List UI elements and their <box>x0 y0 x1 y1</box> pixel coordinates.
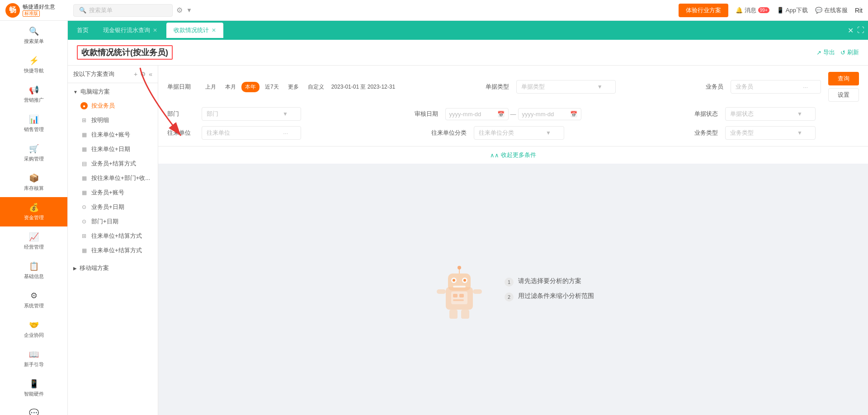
user-name[interactable]: Rit <box>855 7 863 14</box>
group-mobile-label: 移动端方案 <box>80 264 109 272</box>
tab-close-collection[interactable]: ✕ <box>212 27 216 33</box>
sidebar-item-operation[interactable]: 📈 经营管理 <box>0 226 67 256</box>
docstatus-select[interactable]: 单据状态 ▼ <box>725 107 816 121</box>
date-tab-custom[interactable]: 自定义 <box>304 82 328 92</box>
counterpart-type-label: 往来单位分类 <box>431 129 467 137</box>
calendar-end-icon[interactable]: 📅 <box>570 111 577 118</box>
sidebar-item-guide[interactable]: 📖 新手引导 <box>0 344 67 373</box>
scheme-group-pc: ▼ 电脑端方案 ● 按业务员 ⊞ 按明细 ▦ 往来单位+账号 <box>68 83 158 259</box>
sidebar-label-inventory: 库存核算 <box>24 185 44 192</box>
scheme-collapse-btn[interactable]: « <box>149 71 152 78</box>
doctype-label: 单据类型 <box>486 83 509 91</box>
date-tab-thisyear[interactable]: 本年 <box>241 82 259 92</box>
trial-button[interactable]: 体验行业方案 <box>679 4 728 17</box>
scheme-item-partner-settlement1[interactable]: ⊞ 往来单位+结算方式 <box>68 229 158 243</box>
app-download[interactable]: 📱 App下载 <box>777 6 808 14</box>
tab-collection[interactable]: 收款情况统计 ✕ <box>166 23 223 38</box>
sidebar-label-system: 系统管理 <box>24 302 44 309</box>
review-date-end-input[interactable]: yyyy-mm-dd 📅 <box>518 108 581 120</box>
sidebar-item-quicknav[interactable]: ⚡ 快捷导航 <box>0 50 67 80</box>
scheme-item-partner-account[interactable]: ▦ 往来单位+账号 <box>68 127 158 142</box>
sidebar-item-hardware[interactable]: 📱 智能硬件 <box>0 373 67 403</box>
date-tab-more[interactable]: 更多 <box>284 82 302 92</box>
online-service[interactable]: 💬 在线客服 <box>815 6 848 14</box>
system-icon: ⚙ <box>30 291 38 301</box>
clock-icon-2: ⊙ <box>80 218 88 225</box>
scheme-group-pc-title[interactable]: ▼ 电脑端方案 <box>68 85 158 99</box>
notification-area[interactable]: 🔔 消息 99+ <box>736 6 769 14</box>
scheme-item-label-salesman: 按业务员 <box>91 102 115 110</box>
scheme-add-btn[interactable]: + <box>134 71 137 78</box>
date-tab-lastmonth[interactable]: 上月 <box>202 82 220 92</box>
salesman-value: 业务员 <box>736 83 753 91</box>
filter-area: 单据日期 上月 本月 本年 近7天 更多 自定义 2023-01-01 至 20… <box>158 66 868 146</box>
scheme-item-detail[interactable]: ⊞ 按明细 <box>68 113 158 127</box>
settings-button[interactable]: 设置 <box>828 88 859 102</box>
scheme-item-label-dept-date: 部门+日期 <box>91 217 118 226</box>
biztype-select[interactable]: 业务类型 ▼ <box>725 126 816 140</box>
scheme-item-salesman-account[interactable]: ▦ 业务员+账号 <box>68 185 158 200</box>
sidebar-item-marketing[interactable]: 📢 营销推广 <box>0 80 67 109</box>
step-label-1: 请先选择要分析的方案 <box>518 277 581 285</box>
scheme-item-salesman-date[interactable]: ⊙ 业务员+日期 <box>68 200 158 214</box>
gear-icon[interactable]: ⚙ <box>176 6 183 14</box>
salesman-dots[interactable]: ··· <box>803 84 808 90</box>
scheme-item-label-partner-settlement2: 往来单位+结算方式 <box>91 246 142 255</box>
query-button[interactable]: 查询 <box>828 72 859 85</box>
logo-icon: 畅 <box>5 3 20 18</box>
tab-cashflow[interactable]: 现金银行流水查询 ✕ <box>96 23 165 38</box>
scheme-item-salesman-settlement[interactable]: ▤ 业务员+结算方式 <box>68 156 158 171</box>
scheme-panel: 按以下方案查询 + ⚙ « ▼ 电脑端方案 ● <box>68 66 158 415</box>
salesman-select[interactable]: 业务员 ··· <box>731 80 821 94</box>
sidebar-item-purchase[interactable]: 🛒 采购管理 <box>0 138 67 168</box>
scheme-item-salesman[interactable]: ● 按业务员 <box>68 99 158 113</box>
date-tab-thismonth[interactable]: 本月 <box>222 82 240 92</box>
counterpart-dots[interactable]: ··· <box>283 130 288 137</box>
collapse-bar[interactable]: ∧∧ 收起更多条件 <box>158 146 868 164</box>
dept-label: 部门 <box>167 110 194 118</box>
sidebar-label-cooperation: 企业协同 <box>24 332 44 339</box>
sidebar-item-cooperation[interactable]: 🤝 企业协同 <box>0 315 67 344</box>
sidebar-item-sales[interactable]: 📊 销售管理 <box>0 109 67 138</box>
biztype-arrow-icon: ▼ <box>797 130 802 136</box>
dropdown-arrow-icon[interactable]: ▼ <box>186 7 192 14</box>
sidebar-item-system[interactable]: ⚙ 系统管理 <box>0 285 67 315</box>
inventory-icon: 📦 <box>29 173 39 183</box>
table-icon-3: ▦ <box>80 174 88 182</box>
dept-select[interactable]: 部门 ▼ <box>202 107 301 121</box>
sidebar-label-hardware: 智能硬件 <box>24 391 44 397</box>
scheme-group-mobile-title[interactable]: ▶ 移动端方案 <box>68 261 158 275</box>
doctype-select[interactable]: 单据类型 ▼ <box>516 80 616 94</box>
chevron-right-icon: ▶ <box>73 266 77 271</box>
quicknav-icon: ⚡ <box>29 56 39 66</box>
sidebar-item-inventory[interactable]: 📦 库存核算 <box>0 168 67 197</box>
sidebar-item-wechat[interactable]: 💬 企业微信 <box>0 403 67 415</box>
export-icon: ↗ <box>816 49 821 56</box>
calendar-start-icon[interactable]: 📅 <box>497 111 505 118</box>
tab-close-all-icon[interactable]: ✕ <box>848 26 854 35</box>
refresh-button[interactable]: ↺ 刷新 <box>840 48 859 57</box>
sidebar-item-finance[interactable]: 💰 资金管理 <box>0 197 67 226</box>
date-tabs: 上月 本月 本年 近7天 更多 自定义 2023-01-01 至 2023-12… <box>202 82 395 92</box>
export-button[interactable]: ↗ 导出 <box>816 48 835 57</box>
date-tab-7days[interactable]: 近7天 <box>261 82 283 92</box>
scheme-item-partner-date[interactable]: ▦ 往来单位+日期 <box>68 142 158 156</box>
tab-close-cashflow[interactable]: ✕ <box>153 27 157 33</box>
content-area: 首页 现金银行流水查询 ✕ 收款情况统计 ✕ ✕ ⛶ 收款情况统计(按业务员) … <box>68 21 868 415</box>
empty-state: 1 请先选择要分析的方案 2 用过滤条件来缩小分析范围 <box>158 164 868 415</box>
tab-expand-icon[interactable]: ⛶ <box>857 26 864 34</box>
sidebar-item-search[interactable]: 🔍 搜索菜单 <box>0 21 67 50</box>
scheme-item-partner-settlement2[interactable]: ▦ 往来单位+结算方式 <box>68 243 158 258</box>
svg-rect-1 <box>448 274 471 291</box>
counterpart-select[interactable]: 往来单位 ··· <box>202 126 301 140</box>
scheme-item-dept-date[interactable]: ⊙ 部门+日期 <box>68 214 158 229</box>
review-date-start-input[interactable]: yyyy-mm-dd 📅 <box>445 108 509 120</box>
search-box[interactable]: 🔍 搜索菜单 <box>73 4 173 17</box>
tab-home[interactable]: 首页 <box>71 23 94 38</box>
counterpart-type-arrow-icon: ▼ <box>546 130 551 136</box>
counterpart-type-select[interactable]: 往来单位分类 ▼ <box>474 126 564 140</box>
doctype-arrow-icon: ▼ <box>597 84 603 90</box>
scheme-settings-btn[interactable]: ⚙ <box>140 71 146 78</box>
sidebar-item-basic[interactable]: 📋 基础信息 <box>0 256 67 285</box>
scheme-item-partner-dept[interactable]: ▦ 按往来单位+部门+收... <box>68 171 158 185</box>
